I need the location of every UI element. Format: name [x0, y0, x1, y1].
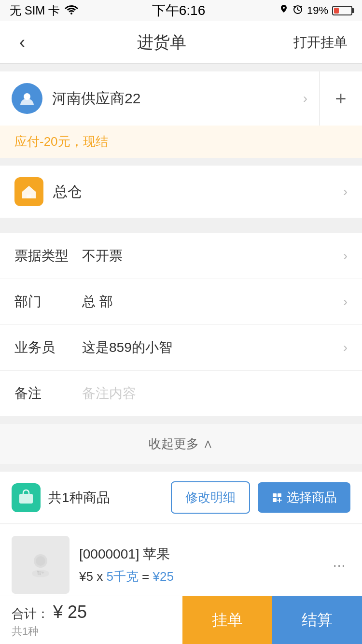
warehouse-selector[interactable]: 总仓 › [0, 166, 362, 218]
product-more-button[interactable]: ··· [328, 551, 350, 579]
svg-rect-2 [27, 195, 31, 198]
back-button[interactable]: ‹ [14, 28, 30, 57]
supplier-selector[interactable]: 河南供应商22 › [0, 71, 320, 126]
product-unit-price: ¥5 x [79, 569, 106, 584]
product-header: 共1种商品 修改明细 选择商品 [0, 472, 362, 523]
dept-chevron-icon: › [343, 294, 348, 309]
product-title: 苹果 [143, 546, 170, 561]
product-count-text: 共1种商品 [48, 489, 163, 507]
remark-label: 备注 [14, 384, 72, 403]
warehouse-chevron-icon: › [343, 184, 348, 199]
product-qty: 5千克 [106, 569, 138, 584]
dept-value: 总 部 [72, 293, 343, 311]
edit-detail-button[interactable]: 修改明细 [171, 481, 250, 514]
battery-percent: 19% [307, 4, 328, 17]
select-product-button[interactable]: 选择商品 [258, 482, 350, 513]
open-hang-button[interactable]: 打开挂单 [293, 33, 348, 52]
salesperson-value: 这是859的小智 [72, 338, 343, 357]
dept-label: 部门 [14, 293, 72, 311]
salesperson-row[interactable]: 业务员 这是859的小智 › [0, 325, 362, 371]
product-count-icon [12, 483, 41, 512]
alarm-icon [292, 4, 303, 17]
svg-rect-4 [273, 493, 277, 497]
remark-input[interactable]: 备注内容 [72, 384, 348, 403]
svg-rect-6 [273, 498, 277, 502]
collapse-label: 收起更多 ∧ [149, 435, 213, 452]
salesperson-chevron-icon: › [343, 340, 348, 355]
warehouse-name: 总仓 [53, 182, 343, 202]
wifi-icon [65, 4, 78, 17]
salesperson-label: 业务员 [14, 338, 72, 357]
svg-rect-3 [19, 494, 33, 504]
total-label: 合计： [12, 605, 49, 622]
warehouse-icon [14, 177, 43, 206]
checkout-button[interactable]: 结算 [272, 596, 362, 644]
remark-row[interactable]: 备注 备注内容 [0, 371, 362, 416]
supplier-chevron-icon: › [303, 91, 307, 106]
product-name: [0000001] 苹果 [79, 545, 328, 563]
product-thumbnail: 智+ [12, 536, 70, 594]
time-text: 下午6:16 [152, 1, 206, 20]
product-eq: = [139, 569, 153, 584]
page-title: 进货单 [137, 31, 186, 54]
status-bar: 无 SIM 卡 下午6:16 19% [0, 0, 362, 21]
select-product-label: 选择商品 [287, 489, 337, 506]
location-icon [279, 4, 289, 17]
carrier-text: 无 SIM 卡 [10, 3, 60, 18]
invoice-row[interactable]: 票据类型 不开票 › [0, 233, 362, 279]
product-code: [0000001] [79, 546, 143, 561]
invoice-value: 不开票 [72, 247, 343, 265]
main-content: 河南供应商22 › + 应付-20元，现结 总仓 › 票据类型 不开票 › 部门… [0, 64, 362, 644]
collapse-button[interactable]: 收起更多 ∧ [0, 424, 362, 464]
battery-icon [332, 6, 352, 15]
total-amount: ¥ 25 [53, 602, 87, 622]
add-supplier-button[interactable]: + [320, 71, 362, 126]
product-info: [0000001] 苹果 ¥5 x 5千克 = ¥25 [79, 545, 328, 585]
total-count: 共1种 [12, 624, 171, 639]
svg-text:智+: 智+ [37, 570, 44, 575]
total-row: 合计： ¥ 25 [12, 602, 171, 622]
form-section: 票据类型 不开票 › 部门 总 部 › 业务员 这是859的小智 › 备注 备注… [0, 233, 362, 416]
footer: 合计： ¥ 25 共1种 挂单 结算 [0, 596, 362, 644]
product-total: ¥25 [153, 569, 173, 584]
supplier-avatar [12, 83, 42, 114]
svg-rect-5 [278, 493, 281, 497]
footer-total: 合计： ¥ 25 共1种 [0, 596, 182, 644]
svg-point-9 [36, 556, 45, 566]
product-item: 智+ [0000001] 苹果 ¥5 x 5千克 = ¥25 ··· [0, 524, 362, 605]
invoice-label: 票据类型 [14, 247, 72, 265]
invoice-chevron-icon: › [343, 248, 348, 264]
product-price-row: ¥5 x 5千克 = ¥25 [79, 568, 328, 585]
status-right: 19% [279, 4, 352, 17]
hang-button[interactable]: 挂单 [182, 596, 272, 644]
supplier-notice: 应付-20元，现结 [0, 126, 362, 158]
supplier-section: 河南供应商22 › + [0, 71, 362, 126]
nav-bar: ‹ 进货单 打开挂单 [0, 21, 362, 64]
status-left: 无 SIM 卡 [10, 3, 78, 18]
dept-row[interactable]: 部门 总 部 › [0, 279, 362, 325]
supplier-name: 河南供应商22 [52, 89, 303, 109]
